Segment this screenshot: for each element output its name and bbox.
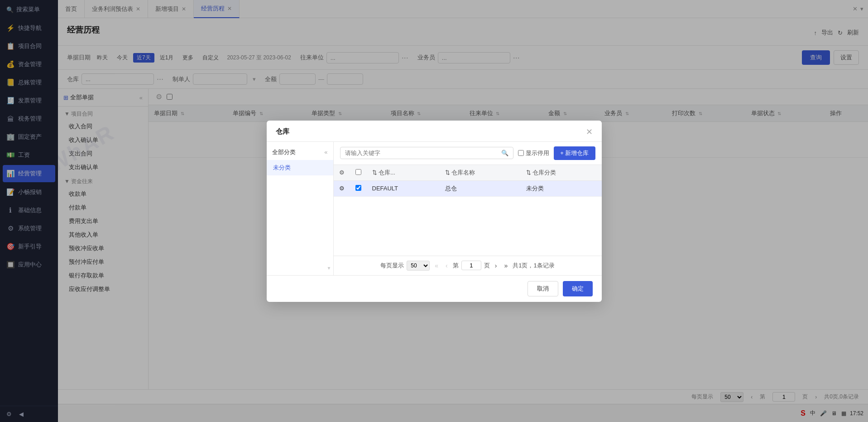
modal-title: 仓库 bbox=[276, 127, 289, 136]
modal-per-page-label: 每页显示 bbox=[380, 262, 404, 270]
modal-page-input[interactable] bbox=[461, 261, 481, 270]
modal-page-prefix: 第 bbox=[453, 262, 459, 270]
modal-row-settings[interactable]: ⚙ bbox=[334, 180, 350, 196]
modal-table-body: ⚙ DEFAULT 总仓 未分类 bbox=[334, 180, 602, 196]
modal-right-panel: 🔍 显示停用 + 新增仓库 ⚙ bbox=[334, 142, 602, 275]
modal-pagination: 每页显示 50 100 « ‹ 第 页 › » 共1页，1条记录 bbox=[334, 256, 602, 275]
modal-row-code: DEFAULT bbox=[367, 180, 440, 196]
modal-table-container: ⚙ ⇅ 仓库... ⇅ 仓库名称 bbox=[334, 165, 602, 256]
modal-table-row[interactable]: ⚙ DEFAULT 总仓 未分类 bbox=[334, 180, 602, 196]
modal-col-check bbox=[350, 165, 367, 181]
modal-last-page-btn[interactable]: » bbox=[502, 262, 510, 270]
modal-search-icon[interactable]: 🔍 bbox=[501, 150, 508, 156]
modal-per-page-select[interactable]: 50 100 bbox=[407, 261, 430, 271]
modal-header: 仓库 ✕ bbox=[267, 121, 602, 142]
modal-row-check[interactable] bbox=[350, 180, 367, 196]
modal-col-category[interactable]: ⇅ 仓库分类 bbox=[521, 165, 602, 181]
modal-toolbar: 🔍 显示停用 + 新增仓库 bbox=[334, 142, 602, 165]
modal-col-code-label: 仓库... bbox=[379, 169, 395, 176]
modal-left-scroll: ▼ bbox=[327, 266, 331, 271]
modal-next-page-btn[interactable]: › bbox=[493, 262, 499, 270]
modal-row-name: 总仓 bbox=[440, 180, 521, 196]
col-cat-sort-icon: ⇅ bbox=[526, 169, 531, 176]
modal-select-all[interactable] bbox=[355, 169, 361, 175]
confirm-button[interactable]: 确定 bbox=[563, 281, 593, 296]
modal-prev-page-btn[interactable]: ‹ bbox=[443, 262, 450, 270]
modal-col-category-label: 仓库分类 bbox=[532, 169, 556, 176]
modal-left-panel: 全部分类 « 未分类 ▼ bbox=[267, 142, 334, 275]
modal-row-category: 未分类 bbox=[521, 180, 602, 196]
modal-table-head: ⚙ ⇅ 仓库... ⇅ 仓库名称 bbox=[334, 165, 602, 181]
show-disabled-checkbox[interactable] bbox=[518, 150, 524, 156]
modal-col-name[interactable]: ⇅ 仓库名称 bbox=[440, 165, 521, 181]
modal-uncategorized-item[interactable]: 未分类 bbox=[267, 160, 333, 175]
warehouse-modal: 仓库 ✕ 全部分类 « 未分类 ▼ 🔍 显示停用 bbox=[267, 121, 602, 302]
add-warehouse-button[interactable]: + 新增仓库 bbox=[554, 146, 595, 160]
cancel-button[interactable]: 取消 bbox=[528, 281, 558, 296]
modal-left-header: 全部分类 « bbox=[267, 146, 333, 160]
modal-col-name-label: 仓库名称 bbox=[451, 169, 475, 176]
col-name-sort-icon: ⇅ bbox=[445, 169, 450, 176]
modal-row-checkbox[interactable] bbox=[355, 185, 361, 191]
modal-total-info: 共1页，1条记录 bbox=[513, 262, 554, 270]
modal-table: ⚙ ⇅ 仓库... ⇅ 仓库名称 bbox=[334, 165, 602, 197]
modal-first-page-btn[interactable]: « bbox=[432, 262, 441, 270]
modal-search-input[interactable] bbox=[345, 150, 499, 156]
modal-footer: 取消 确定 bbox=[267, 275, 602, 302]
show-disabled-label: 显示停用 bbox=[526, 149, 549, 157]
modal-all-category-label[interactable]: 全部分类 bbox=[272, 148, 296, 156]
modal-col-code[interactable]: ⇅ 仓库... bbox=[367, 165, 440, 181]
modal-col-settings[interactable]: ⚙ bbox=[334, 165, 350, 181]
modal-page-suffix: 页 bbox=[484, 262, 490, 270]
modal-search-box: 🔍 bbox=[340, 147, 514, 159]
modal-close-button[interactable]: ✕ bbox=[586, 127, 593, 137]
col-code-sort-icon: ⇅ bbox=[372, 169, 377, 176]
show-disabled-group: 显示停用 bbox=[518, 149, 549, 157]
modal-body: 全部分类 « 未分类 ▼ 🔍 显示停用 + 新增仓库 bbox=[267, 142, 602, 275]
modal-left-collapse-icon[interactable]: « bbox=[324, 149, 327, 155]
modal-uncategorized-label: 未分类 bbox=[273, 164, 291, 171]
